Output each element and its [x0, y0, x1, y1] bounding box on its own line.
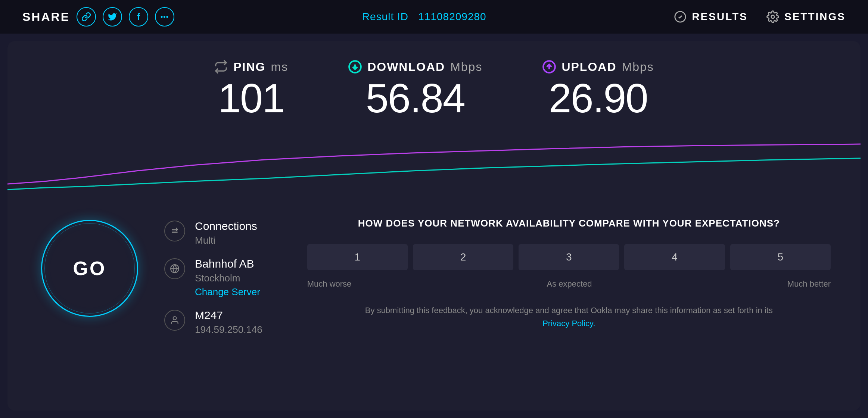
connections-value: Multi — [195, 235, 257, 246]
result-id-section: Result ID 11108209280 — [362, 11, 486, 23]
change-server-link[interactable]: Change Server — [195, 286, 260, 298]
settings-label: SETTINGS — [784, 11, 846, 23]
privacy-policy-link[interactable]: Privacy Policy. — [542, 319, 595, 328]
rating-btn-2[interactable]: 2 — [413, 244, 513, 270]
results-label: RESULTS — [692, 11, 748, 23]
share-label: SHARE — [22, 10, 70, 24]
connections-text: Connections Multi — [195, 220, 257, 246]
link-icon-button[interactable] — [77, 7, 96, 26]
go-button-container: GO — [37, 216, 142, 321]
result-id-label: Result ID — [362, 11, 408, 22]
facebook-icon-button[interactable]: f — [129, 7, 148, 26]
top-bar: SHARE f ••• Result ID 11108209280 — [0, 0, 868, 34]
host-icon — [164, 310, 185, 331]
results-icon — [674, 10, 687, 23]
results-nav[interactable]: RESULTS — [674, 10, 748, 23]
label-much-worse: Much worse — [307, 279, 352, 289]
feedback-note: By submitting this feedback, you acknowl… — [307, 304, 831, 330]
more-icon-button[interactable]: ••• — [155, 7, 174, 26]
host-label: M247 — [195, 309, 262, 322]
download-value: 56.84 — [348, 78, 482, 119]
result-id-value: 11108209280 — [418, 11, 486, 22]
isp-location: Stockholm — [195, 272, 260, 284]
rating-btn-1[interactable]: 1 — [307, 244, 408, 270]
download-stat: DOWNLOAD Mbps 56.84 — [348, 60, 482, 119]
connections-label: Connections — [195, 220, 257, 233]
upload-unit: Mbps — [622, 60, 654, 74]
upload-label: UPLOAD — [561, 60, 616, 74]
isp-text: Bahnhof AB Stockholm Change Server — [195, 258, 260, 298]
twitter-icon-button[interactable] — [103, 7, 122, 26]
feedback-title: HOW DOES YOUR NETWORK AVAILABILITY COMPA… — [307, 216, 831, 231]
rating-btn-4[interactable]: 4 — [624, 244, 725, 270]
download-unit: Mbps — [450, 60, 482, 74]
feedback-section: HOW DOES YOUR NETWORK AVAILABILITY COMPA… — [285, 216, 831, 330]
host-text: M247 194.59.250.146 — [195, 309, 262, 336]
ping-icon — [214, 60, 228, 74]
download-icon — [348, 60, 362, 74]
server-info: Connections Multi Bahnhof AB Stockholm C… — [164, 216, 262, 336]
go-button[interactable]: GO — [41, 220, 138, 317]
bottom-section: GO Connections Multi — [7, 201, 861, 350]
upload-stat: UPLOAD Mbps 26.90 — [542, 60, 654, 119]
svg-point-1 — [771, 15, 775, 19]
go-label: GO — [73, 257, 106, 280]
main-content: PING ms 101 DOWNLOAD Mbps 56.84 — [7, 41, 861, 411]
download-label: DOWNLOAD — [367, 60, 445, 74]
ping-unit: ms — [271, 60, 289, 74]
rating-buttons: 1 2 3 4 5 — [307, 244, 831, 270]
settings-icon — [766, 10, 779, 23]
rating-btn-3[interactable]: 3 — [519, 244, 619, 270]
rating-labels: Much worse As expected Much better — [307, 279, 831, 289]
settings-nav[interactable]: SETTINGS — [766, 10, 846, 23]
ping-label: PING — [233, 60, 265, 74]
host-row: M247 194.59.250.146 — [164, 309, 262, 336]
isp-row: Bahnhof AB Stockholm Change Server — [164, 258, 262, 298]
label-much-better: Much better — [787, 279, 831, 289]
label-as-expected: As expected — [547, 279, 592, 289]
upload-value: 26.90 — [542, 78, 654, 119]
feedback-note-text: By submitting this feedback, you acknowl… — [365, 306, 773, 315]
upload-icon — [542, 60, 556, 74]
speed-graph — [7, 126, 861, 201]
nav-section: RESULTS SETTINGS — [674, 10, 846, 23]
host-ip: 194.59.250.146 — [195, 324, 262, 336]
connections-icon — [164, 221, 185, 241]
stats-row: PING ms 101 DOWNLOAD Mbps 56.84 — [7, 41, 861, 126]
svg-point-11 — [173, 316, 177, 320]
rating-btn-5[interactable]: 5 — [730, 244, 831, 270]
connections-row: Connections Multi — [164, 220, 262, 246]
share-section: SHARE f ••• — [22, 7, 174, 26]
ping-stat: PING ms 101 — [214, 60, 288, 119]
isp-label: Bahnhof AB — [195, 258, 260, 270]
isp-icon — [164, 258, 185, 279]
ping-value: 101 — [214, 78, 288, 119]
